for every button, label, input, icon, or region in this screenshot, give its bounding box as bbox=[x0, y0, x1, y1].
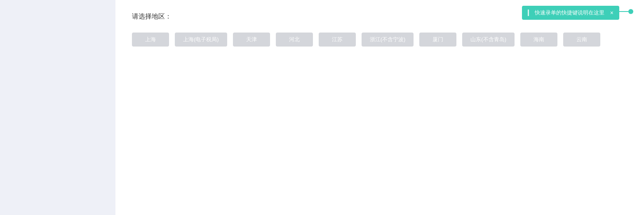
region-btn-zhejiang[interactable]: 浙江(不含宁波) bbox=[362, 33, 414, 47]
region-btn-yunnan[interactable]: 云南 bbox=[563, 33, 600, 47]
region-buttons-container: 上海上海(电子税局)天津河北江苏浙江(不含宁波)厦门山东(不含青岛)海南云南 bbox=[132, 33, 628, 47]
main-content: 请选择地区： 上海上海(电子税局)天津河北江苏浙江(不含宁波)厦门山东(不含青岛… bbox=[115, 0, 644, 215]
region-btn-jiangsu[interactable]: 江苏 bbox=[319, 33, 356, 47]
tooltip-dot bbox=[628, 9, 633, 14]
left-sidebar bbox=[0, 0, 115, 215]
tooltip-banner: 快速录单的快捷键说明在这里 × bbox=[522, 6, 619, 20]
region-btn-xiamen[interactable]: 厦门 bbox=[419, 33, 456, 47]
region-btn-shanghai[interactable]: 上海 bbox=[132, 33, 169, 47]
tooltip-line bbox=[619, 11, 628, 12]
region-btn-shandong[interactable]: 山东(不含青岛) bbox=[462, 33, 515, 47]
region-btn-shanghai-etax[interactable]: 上海(电子税局) bbox=[175, 33, 227, 47]
tooltip-text: 快速录单的快捷键说明在这里 bbox=[535, 9, 604, 16]
tooltip-close-button[interactable]: × bbox=[610, 9, 613, 16]
region-btn-hainan[interactable]: 海南 bbox=[520, 33, 557, 47]
region-btn-tianjin[interactable]: 天津 bbox=[233, 33, 270, 47]
region-btn-hebei[interactable]: 河北 bbox=[276, 33, 313, 47]
